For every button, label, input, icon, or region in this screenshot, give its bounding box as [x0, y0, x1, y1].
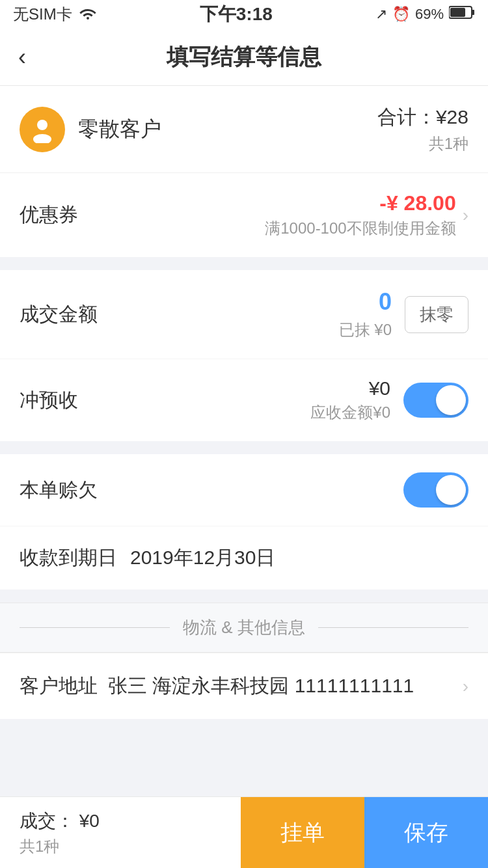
page-title: 填写结算等信息	[167, 42, 321, 72]
location-icon: ↗	[375, 6, 387, 23]
logistics-header: 物流 & 其他信息	[0, 603, 488, 653]
svg-point-3	[37, 120, 47, 130]
logistics-line-left	[20, 627, 170, 628]
logistics-section: 物流 & 其他信息 客户地址 张三 海淀永丰科技园 11111111111 ›	[0, 603, 488, 719]
address-row[interactable]: 客户地址 张三 海淀永丰科技园 11111111111 ›	[0, 653, 488, 719]
content: 零散客户 合计：¥28 共1种 优惠券 -¥ 28.00 满1000-100不限…	[0, 86, 488, 810]
address-label: 客户地址	[20, 673, 98, 699]
prepay-label: 冲预收	[20, 387, 78, 414]
customer-section: 零散客户 合计：¥28 共1种 优惠券 -¥ 28.00 满1000-100不限…	[0, 86, 488, 257]
debt-toggle[interactable]	[403, 472, 468, 508]
customer-summary: 合计：¥28 共1种	[377, 104, 468, 154]
bottom-summary: 成交： ¥0 共1种	[0, 809, 241, 857]
debt-row: 本单赊欠	[0, 454, 488, 526]
debt-section: 本单赊欠 收款到期日 2019年12月30日	[0, 454, 488, 590]
address-chevron-icon: ›	[463, 676, 468, 697]
coupon-right: -¥ 28.00 满1000-100不限制使用金额 ›	[265, 191, 468, 239]
round-button[interactable]: 抹零	[405, 296, 468, 333]
due-date-row: 收款到期日 2019年12月30日	[0, 526, 488, 590]
coupon-description: 满1000-100不限制使用金额	[265, 218, 455, 239]
transaction-amount-sub: 已抹 ¥0	[339, 319, 392, 340]
wifi-icon	[79, 5, 97, 23]
hold-button[interactable]: 挂单	[241, 797, 364, 869]
status-left: 无SIM卡	[13, 4, 97, 25]
nav-bar: ‹ 填写结算等信息	[0, 29, 488, 86]
transaction-values: 0 已抹 ¥0	[339, 288, 392, 340]
total-count: 共1种	[377, 133, 468, 154]
status-right: ↗ ⏰ 69%	[375, 5, 475, 23]
prepay-right: ¥0 应收金额¥0	[310, 377, 468, 423]
transaction-amount-value: 0	[379, 288, 392, 316]
amount-section: 成交金额 0 已抹 ¥0 抹零 冲预收 ¥0 应收金额¥0	[0, 270, 488, 441]
transaction-amount-label: 成交金额	[20, 301, 98, 328]
debt-label: 本单赊欠	[20, 477, 98, 504]
battery-label: 69%	[415, 6, 444, 23]
prepay-sub: 应收金额¥0	[310, 402, 390, 423]
coupon-label: 优惠券	[20, 202, 78, 228]
back-button[interactable]: ‹	[18, 44, 26, 71]
alarm-icon: ⏰	[392, 6, 410, 23]
transaction-amount-row: 成交金额 0 已抹 ¥0 抹零	[0, 270, 488, 359]
svg-rect-2	[450, 8, 465, 17]
signal-label: 无SIM卡	[13, 4, 72, 25]
avatar	[20, 107, 65, 152]
status-bar: 无SIM卡 下午3:18 ↗ ⏰ 69%	[0, 0, 488, 29]
prepay-values: ¥0 应收金额¥0	[310, 377, 390, 423]
total-amount: 合计：¥28	[377, 104, 468, 131]
prepay-toggle[interactable]	[403, 383, 468, 418]
bottom-deal-label: 成交：	[20, 811, 74, 831]
bottom-count: 共1种	[20, 836, 221, 857]
svg-rect-1	[472, 10, 474, 15]
due-date-value: 2019年12月30日	[130, 545, 275, 571]
customer-name: 零散客户	[78, 115, 161, 144]
svg-point-4	[33, 134, 51, 143]
save-button[interactable]: 保存	[364, 797, 488, 869]
coupon-info: -¥ 28.00 满1000-100不限制使用金额	[265, 191, 455, 239]
coupon-chevron-icon: ›	[463, 205, 468, 226]
logistics-title: 物流 & 其他信息	[170, 616, 318, 639]
debt-toggle-knob	[436, 475, 466, 505]
customer-row: 零散客户 合计：¥28 共1种	[0, 86, 488, 172]
status-time: 下午3:18	[200, 2, 273, 27]
bottom-bar: 成交： ¥0 共1种 挂单 保存	[0, 796, 488, 868]
logistics-line-right	[318, 627, 468, 628]
coupon-row[interactable]: 优惠券 -¥ 28.00 满1000-100不限制使用金额 ›	[0, 172, 488, 257]
prepay-toggle-knob	[436, 385, 466, 415]
coupon-discount: -¥ 28.00	[265, 191, 455, 215]
battery-icon	[449, 5, 475, 23]
bottom-deal-amount: ¥0	[79, 811, 100, 831]
transaction-amount-right: 0 已抹 ¥0 抹零	[339, 288, 468, 340]
prepay-amount: ¥0	[310, 377, 390, 400]
customer-left: 零散客户	[20, 107, 161, 152]
bottom-deal-row: 成交： ¥0	[20, 809, 221, 834]
due-date-label: 收款到期日	[20, 545, 117, 571]
prepay-row: 冲预收 ¥0 应收金额¥0	[0, 359, 488, 441]
address-value: 张三 海淀永丰科技园 11111111111	[98, 673, 463, 699]
